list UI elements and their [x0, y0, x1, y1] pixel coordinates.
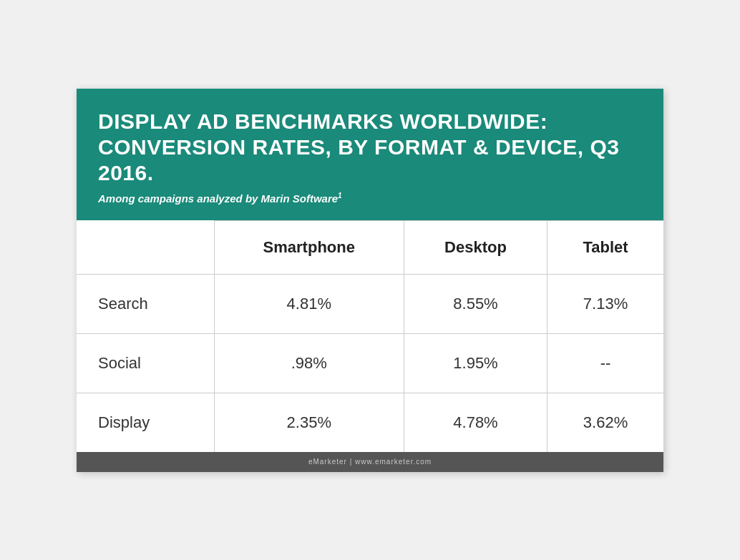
table-row: Search 4.81% 8.55% 7.13%: [77, 274, 663, 333]
footer-bar: eMarketer | www.emarketer.com: [77, 452, 663, 472]
col-header-tablet: Tablet: [547, 220, 663, 274]
row-label-social: Social: [77, 333, 214, 393]
cell-search-tablet: 7.13%: [547, 274, 663, 333]
row-label-display: Display: [77, 393, 214, 452]
cell-social-desktop: 1.95%: [404, 333, 547, 393]
table-body: Search 4.81% 8.55% 7.13% Social .98% 1.9…: [77, 274, 663, 452]
header: DISPLAY AD BENCHMARKS WORLDWIDE: CONVERS…: [77, 89, 663, 220]
row-label-search: Search: [77, 274, 214, 333]
footnote-marker: 1: [338, 192, 342, 200]
cell-display-tablet: 3.62%: [547, 393, 663, 452]
card: DISPLAY AD BENCHMARKS WORLDWIDE: CONVERS…: [77, 89, 663, 472]
footer-text: eMarketer | www.emarketer.com: [308, 458, 432, 466]
subtitle-text: Among campaigns analyzed by Marin Softwa…: [98, 192, 338, 205]
cell-social-smartphone: .98%: [214, 333, 404, 393]
header-row: Smartphone Desktop Tablet: [77, 220, 663, 274]
table-wrapper: Smartphone Desktop Tablet Search 4.81% 8…: [77, 220, 663, 452]
col-header-smartphone: Smartphone: [214, 220, 404, 274]
main-title: DISPLAY AD BENCHMARKS WORLDWIDE: CONVERS…: [98, 109, 642, 186]
table-header: Smartphone Desktop Tablet: [77, 220, 663, 274]
cell-search-desktop: 8.55%: [404, 274, 547, 333]
cell-social-tablet: --: [547, 333, 663, 393]
subtitle: Among campaigns analyzed by Marin Softwa…: [98, 192, 642, 205]
col-header-desktop: Desktop: [404, 220, 547, 274]
cell-display-smartphone: 2.35%: [214, 393, 404, 452]
cell-display-desktop: 4.78%: [404, 393, 547, 452]
cell-search-smartphone: 4.81%: [214, 274, 404, 333]
col-header-empty: [77, 220, 214, 274]
table-row: Display 2.35% 4.78% 3.62%: [77, 393, 663, 452]
table-row: Social .98% 1.95% --: [77, 333, 663, 393]
data-table: Smartphone Desktop Tablet Search 4.81% 8…: [77, 220, 663, 452]
